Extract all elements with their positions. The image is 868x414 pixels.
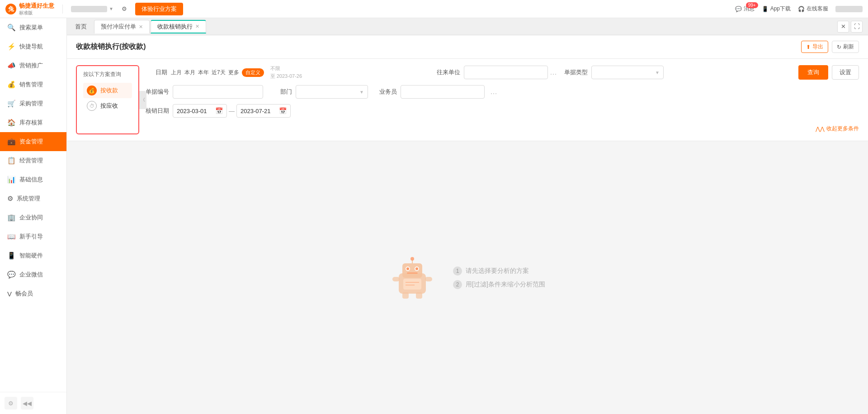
message-action[interactable]: 💬 消息 99+ bbox=[735, 5, 755, 13]
query-option-collection-label: 按收款 bbox=[100, 86, 118, 95]
page-header-actions: ⬆ 导出 ↻ 刷新 bbox=[801, 41, 859, 58]
sidebar-item-sales[interactable]: 💰 销售管理 bbox=[0, 75, 66, 94]
counterpart-ellipsis-icon[interactable]: … bbox=[550, 68, 557, 76]
bill-no-input[interactable] bbox=[173, 85, 263, 99]
sales-icon: 💰 bbox=[7, 81, 16, 89]
online-service-action[interactable]: 🎧 在线客服 bbox=[798, 5, 828, 13]
sidebar-item-quick-nav[interactable]: ⚡ 快捷导航 bbox=[0, 37, 66, 56]
filter-item-department: 部门 ▼ bbox=[270, 85, 368, 99]
empty-state: 1 请先选择要分析的方案 2 用[过滤]条件来缩小分析范围 bbox=[67, 141, 868, 414]
export-button[interactable]: ⬆ 导出 bbox=[801, 41, 828, 53]
shortcut-more[interactable]: 更多 bbox=[228, 69, 239, 76]
sidebar-label-quick-nav: 快捷导航 bbox=[19, 43, 43, 51]
sidebar-label-inventory: 库存核算 bbox=[19, 119, 43, 127]
fund-icon: 💼 bbox=[7, 138, 16, 146]
svg-point-5 bbox=[415, 267, 418, 270]
message-badge: 99+ bbox=[746, 2, 758, 8]
filter-row-3: 核销日期 2023-03-01 📅 — 2023-07-21 📅 bbox=[146, 104, 859, 118]
hint-num-1: 1 bbox=[453, 266, 462, 276]
tab-home[interactable]: 首页 bbox=[69, 20, 93, 33]
tab-collection-close-icon[interactable]: ✕ bbox=[195, 24, 199, 29]
sidebar-item-system[interactable]: ⚙ 系统管理 bbox=[0, 189, 66, 208]
sidebar-item-wechat[interactable]: 💬 企业微信 bbox=[0, 265, 66, 284]
query-button[interactable]: 查询 bbox=[798, 65, 828, 80]
sidebar-item-member[interactable]: V 畅会员 bbox=[0, 284, 66, 303]
department-select[interactable]: ▼ bbox=[296, 85, 368, 99]
empty-hints: 1 请先选择要分析的方案 2 用[过滤]条件来缩小分析范围 bbox=[453, 266, 545, 289]
message-icon: 💬 bbox=[735, 6, 742, 12]
hint-num-2: 2 bbox=[453, 280, 462, 289]
filter-item-verification-date: 核销日期 2023-03-01 📅 — 2023-07-21 📅 bbox=[146, 104, 291, 118]
shortcut-7days[interactable]: 近7天 bbox=[212, 69, 226, 76]
query-option-by-collection[interactable]: 💰 按收款 bbox=[83, 83, 132, 98]
member-icon: V bbox=[7, 290, 12, 298]
tab-controls: ✕ ⛶ bbox=[837, 21, 866, 33]
bill-type-select[interactable]: ▼ bbox=[591, 66, 664, 79]
calendar-start-icon: 📅 bbox=[215, 107, 223, 114]
marketing-icon: 📣 bbox=[7, 62, 16, 70]
filter-item-business: 业务员 … bbox=[375, 85, 497, 99]
shortcut-last-month[interactable]: 上月 bbox=[171, 69, 182, 76]
shortcut-this-year[interactable]: 本年 bbox=[198, 69, 209, 76]
sidebar-item-search-menu[interactable]: 🔍 搜索菜单 bbox=[0, 18, 66, 37]
settings-gear-icon[interactable]: ⚙ bbox=[118, 3, 131, 15]
tab-prepay-close-icon[interactable]: ✕ bbox=[139, 24, 143, 30]
headset-icon: 🎧 bbox=[798, 6, 805, 12]
chevron-down-icon: ▼ bbox=[109, 6, 113, 11]
query-option-by-receivable[interactable]: ⏱ 按应收 bbox=[83, 98, 132, 114]
online-service-label: 在线客服 bbox=[807, 5, 828, 13]
query-option-receivable-label: 按应收 bbox=[100, 102, 118, 110]
sidebar-label-purchase: 采购管理 bbox=[19, 100, 43, 108]
sidebar: 🔍 搜索菜单 ⚡ 快捷导航 📣 营销推广 💰 销售管理 🛒 采购管理 🏠 库存核… bbox=[0, 18, 67, 414]
query-panel: 按以下方案查询 💰 按收款 ⏱ 按应收 《 bbox=[76, 65, 139, 134]
receivable-icon: ⏱ bbox=[87, 101, 97, 111]
export-label: 导出 bbox=[812, 43, 823, 51]
tab-collection[interactable]: 收款核销执行 ✕ bbox=[151, 20, 206, 33]
query-panel-collapse-button[interactable]: 《 bbox=[139, 91, 146, 109]
sidebar-item-inventory[interactable]: 🏠 库存核算 bbox=[0, 113, 66, 132]
refresh-button[interactable]: ↻ 刷新 bbox=[832, 41, 859, 53]
user-name[interactable] bbox=[835, 6, 863, 12]
date-hint: 至 2023-07-26 bbox=[270, 73, 302, 80]
sidebar-item-basic-info[interactable]: 📊 基础信息 bbox=[0, 170, 66, 189]
filter-item-bill-no: 单据编号 bbox=[146, 85, 263, 99]
shortcut-custom[interactable]: 自定义 bbox=[242, 68, 264, 77]
tab-collection-label: 收款核销执行 bbox=[157, 23, 193, 31]
sidebar-item-operation[interactable]: 📋 经营管理 bbox=[0, 151, 66, 170]
collapse-more-button[interactable]: ⋀⋀ 收起更多条件 bbox=[146, 123, 859, 134]
business-label: 业务员 bbox=[375, 88, 397, 96]
svg-rect-13 bbox=[403, 279, 421, 290]
brand-logo: 兔 畅捷通好生意 标准版 bbox=[5, 2, 54, 16]
shortcut-this-month[interactable]: 本月 bbox=[184, 69, 195, 76]
sidebar-item-purchase[interactable]: 🛒 采购管理 bbox=[0, 94, 66, 113]
date-range: 2023-03-01 📅 — 2023-07-21 📅 bbox=[173, 104, 291, 118]
sidebar-item-enterprise[interactable]: 🏢 企业协同 bbox=[0, 208, 66, 227]
sidebar-collapse-icon[interactable]: ◀◀ bbox=[21, 397, 33, 409]
tab-home-label: 首页 bbox=[75, 23, 87, 31]
sidebar-settings-icon[interactable]: ⚙ bbox=[5, 397, 17, 409]
date-shortcuts: 上月 本月 本年 近7天 更多 自定义 bbox=[171, 68, 264, 77]
counterpart-input[interactable] bbox=[464, 66, 548, 79]
sidebar-item-marketing[interactable]: 📣 营销推广 bbox=[0, 56, 66, 75]
tab-expand-btn[interactable]: ⛶ bbox=[851, 21, 863, 33]
counterpart-label: 往来单位 bbox=[437, 68, 460, 76]
business-ellipsis-icon[interactable]: … bbox=[490, 88, 497, 96]
purchase-icon: 🛒 bbox=[7, 100, 16, 108]
filter-row-2: 单据编号 部门 ▼ 业务员 bbox=[146, 85, 859, 99]
company-selector[interactable]: ▼ bbox=[71, 6, 113, 12]
verification-start-date[interactable]: 2023-03-01 📅 bbox=[173, 104, 227, 118]
sidebar-label-operation: 经营管理 bbox=[19, 157, 43, 165]
sidebar-label-search-menu: 搜索菜单 bbox=[19, 24, 43, 32]
industry-solution-button[interactable]: 体验行业方案 bbox=[135, 3, 183, 15]
svg-rect-1 bbox=[402, 263, 422, 278]
verification-end-date[interactable]: 2023-07-21 📅 bbox=[236, 104, 291, 118]
sidebar-item-fund[interactable]: 💼 资金管理 bbox=[0, 132, 66, 151]
app-download-action[interactable]: 📱 App下载 bbox=[762, 5, 791, 13]
sidebar-item-smart-hw[interactable]: 📱 智能硬件 bbox=[0, 246, 66, 265]
business-input[interactable] bbox=[401, 85, 485, 99]
sidebar-label-beginner: 新手引导 bbox=[19, 233, 43, 241]
setting-button[interactable]: 设置 bbox=[832, 65, 859, 80]
tab-close-btn[interactable]: ✕ bbox=[837, 21, 849, 33]
tab-prepay[interactable]: 预付冲应付单 ✕ bbox=[94, 20, 150, 33]
sidebar-item-beginner[interactable]: 📖 新手引导 bbox=[0, 227, 66, 246]
